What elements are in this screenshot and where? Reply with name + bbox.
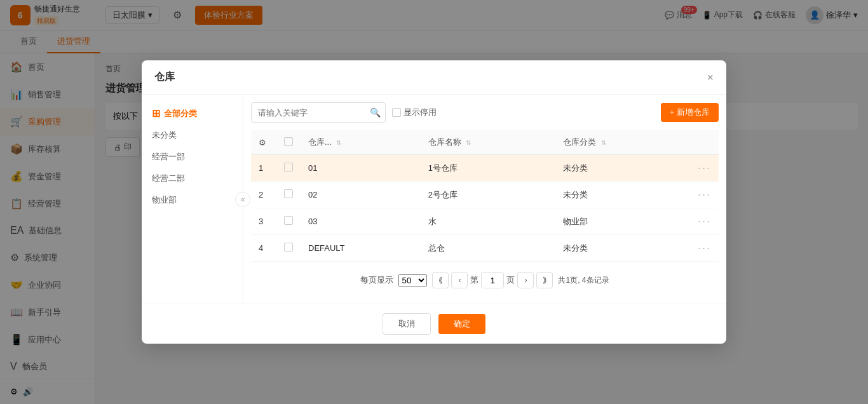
row-code: 03 (301, 208, 421, 235)
row-checkbox[interactable] (284, 163, 293, 172)
row-more[interactable]: ··· (690, 182, 719, 208)
search-icon[interactable]: 🔍 (370, 107, 381, 118)
row-checkbox[interactable] (284, 216, 293, 225)
warehouse-table: ⚙ 仓库... ⇅ 仓库名称 (251, 130, 719, 262)
category-item-unclassified[interactable]: 未分类 (142, 125, 243, 146)
cancel-button[interactable]: 取消 (383, 313, 431, 335)
row-category: 物业部 (555, 208, 690, 235)
row-name: 总仓 (421, 235, 555, 262)
table-head: ⚙ 仓库... ⇅ 仓库名称 (251, 130, 719, 155)
modal-footer: 取消 确定 (142, 304, 726, 344)
per-page-select[interactable]: 50 20 100 (398, 274, 427, 286)
row-checkbox[interactable] (284, 189, 293, 198)
col-settings: ⚙ (251, 130, 276, 155)
row-name: 1号仓库 (421, 155, 555, 182)
table-container: ⚙ 仓库... ⇅ 仓库名称 (251, 130, 719, 262)
col-checkbox (276, 130, 301, 155)
page-input[interactable] (481, 272, 504, 288)
category-item-ops2[interactable]: 经营二部 (142, 168, 243, 189)
row-checkbox-cell[interactable] (276, 182, 301, 208)
modal-title: 仓库 (154, 71, 175, 84)
table-body: 1 01 1号仓库 未分类 ··· 2 02 2号仓库 未分类 ··· 3 03… (251, 155, 719, 262)
page-nav: ⟪ ‹ 第 页 › ⟫ (432, 272, 553, 288)
row-num: 2 (251, 182, 276, 208)
modal-header: 仓库 × (142, 60, 726, 95)
category-item-ops1[interactable]: 经营一部 (142, 146, 243, 168)
row-checkbox-cell[interactable] (276, 208, 301, 235)
col-category[interactable]: 仓库分类 ⇅ (555, 130, 690, 155)
more-button[interactable]: ··· (698, 188, 711, 201)
prev-page-button[interactable]: ‹ (451, 272, 468, 288)
show-disabled-toggle[interactable]: 显示停用 (392, 107, 437, 118)
table-row[interactable]: 3 03 水 物业部 ··· (251, 208, 719, 235)
confirm-button[interactable]: 确定 (438, 314, 485, 334)
category-header[interactable]: ⊞ 全部分类 (142, 102, 243, 125)
modal-body: ⊞ 全部分类 未分类 经营一部 经营二部 物业部 « 🔍 (142, 95, 726, 304)
row-code: 02 (301, 182, 421, 208)
sort-icon-category: ⇅ (601, 139, 606, 146)
more-button[interactable]: ··· (698, 215, 711, 227)
sort-icon-code: ⇅ (336, 139, 341, 146)
collapse-sidebar-button[interactable]: « (235, 192, 250, 207)
search-input[interactable] (251, 102, 386, 123)
search-wrap: 🔍 (251, 102, 386, 123)
row-category: 未分类 (555, 182, 690, 208)
col-action (690, 130, 719, 155)
last-page-button[interactable]: ⟫ (536, 272, 553, 288)
header-checkbox[interactable] (284, 137, 293, 146)
first-page-button[interactable]: ⟪ (432, 272, 449, 288)
add-warehouse-button[interactable]: + 新增仓库 (661, 103, 719, 122)
row-code: 01 (301, 155, 421, 182)
row-checkbox-cell[interactable] (276, 155, 301, 182)
row-code: DEFAULT (301, 235, 421, 262)
row-num: 4 (251, 235, 276, 262)
modal-overlay: 仓库 × ⊞ 全部分类 未分类 经营一部 经营二部 物业部 « (0, 0, 868, 404)
row-more[interactable]: ··· (690, 235, 719, 262)
more-button[interactable]: ··· (698, 241, 711, 254)
row-category: 未分类 (555, 155, 690, 182)
sort-icon-name: ⇅ (466, 139, 471, 146)
row-num: 1 (251, 155, 276, 182)
category-item-property[interactable]: 物业部 (142, 189, 243, 211)
modal-close-button[interactable]: × (707, 72, 714, 83)
table-row[interactable]: 2 02 2号仓库 未分类 ··· (251, 182, 719, 208)
settings-col-icon: ⚙ (259, 138, 266, 147)
row-num: 3 (251, 208, 276, 235)
table-toolbar: 🔍 显示停用 + 新增仓库 (251, 102, 719, 123)
row-more[interactable]: ··· (690, 208, 719, 235)
disabled-checkbox[interactable] (392, 108, 401, 117)
pagination: 每页显示 50 20 100 ⟪ ‹ 第 页 › ⟫ (251, 264, 719, 296)
table-area: 🔍 显示停用 + 新增仓库 ⚙ (243, 95, 726, 304)
category-sidebar: ⊞ 全部分类 未分类 经营一部 经营二部 物业部 « (142, 95, 243, 304)
row-checkbox-cell[interactable] (276, 235, 301, 262)
table-row[interactable]: 4 DEFAULT 总仓 未分类 ··· (251, 235, 719, 262)
row-name: 水 (421, 208, 555, 235)
warehouse-modal: 仓库 × ⊞ 全部分类 未分类 经营一部 经营二部 物业部 « (142, 60, 726, 344)
col-name[interactable]: 仓库名称 ⇅ (421, 130, 555, 155)
more-button[interactable]: ··· (698, 161, 711, 174)
row-more[interactable]: ··· (690, 155, 719, 182)
col-code[interactable]: 仓库... ⇅ (301, 130, 421, 155)
row-checkbox[interactable] (284, 243, 293, 252)
grid-icon: ⊞ (152, 107, 160, 119)
table-row[interactable]: 1 01 1号仓库 未分类 ··· (251, 155, 719, 182)
row-name: 2号仓库 (421, 182, 555, 208)
next-page-button[interactable]: › (517, 272, 534, 288)
row-category: 未分类 (555, 235, 690, 262)
